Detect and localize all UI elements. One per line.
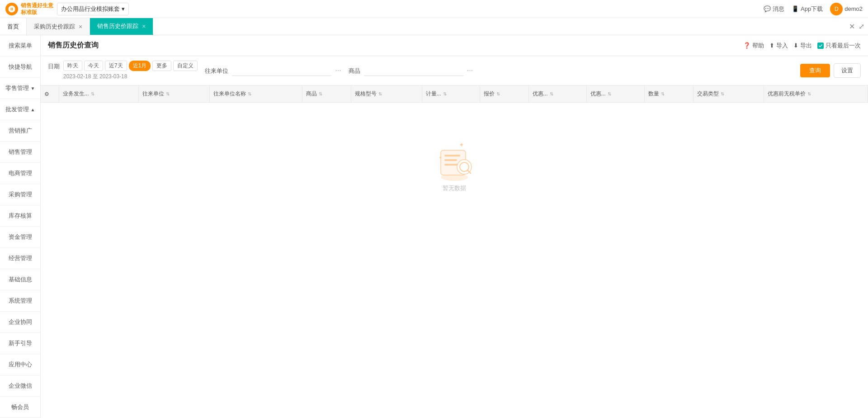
sidebar-item-retail-mgmt[interactable]: 零售管理 ▼ (0, 78, 40, 99)
message-btn[interactable]: 💬 消息 (764, 5, 784, 13)
sidebar-item-inventory[interactable]: 库存核算 (0, 205, 40, 227)
date-buttons: 昨天 今天 近7天 近1月 更多 自定义 (63, 61, 198, 71)
sort-icon: ⇅ (550, 91, 553, 96)
th-unit[interactable]: 计量... ⇅ (422, 86, 480, 103)
tab-close-sales[interactable]: × (142, 23, 146, 29)
tab-home[interactable]: 首页 (0, 18, 27, 35)
sidebar-item-ecom-mgmt[interactable]: 电商管理 (0, 163, 40, 184)
sort-icon: ⇅ (319, 91, 322, 96)
partner-lookup-btn[interactable]: ··· (335, 66, 341, 75)
th-partner-name[interactable]: 往来单位名称 ⇅ (209, 86, 302, 103)
th-discount2[interactable]: 优惠... ⇅ (586, 86, 644, 103)
th-spec[interactable]: 规格型号 ⇅ (351, 86, 422, 103)
table-head: ⚙ 业务发生... ⇅ 往来单位 ⇅ (41, 86, 868, 103)
th-partner-code[interactable]: 往来单位 ⇅ (139, 86, 210, 103)
sidebar-item-marketing[interactable]: 营销推广 (0, 120, 40, 142)
sidebar-item-enterprise[interactable]: 企业协同 (0, 312, 40, 333)
sidebar: 搜索菜单 快捷导航 零售管理 ▼ 批发管理 ▲ 营销推广 销售管理 电商管理 采… (0, 35, 41, 418)
page-header: 销售历史价查询 ❓ 帮助 ⬆ 导入 ⬇ 导出 只看 (41, 35, 868, 56)
svg-rect-3 (444, 159, 457, 161)
logo-text: 销售通好生意 标准版 (21, 2, 53, 15)
sidebar-item-quick-nav[interactable]: 快捷导航 (0, 57, 40, 78)
import-icon: ⬆ (769, 42, 774, 49)
user-avatar[interactable]: D demo2 (830, 3, 863, 15)
import-btn[interactable]: ⬆ 导入 (769, 42, 788, 50)
tab-purchase-history[interactable]: 采购历史价跟踪 × (27, 18, 90, 35)
app-download-btn[interactable]: 📱 App下载 (792, 5, 823, 13)
sidebar-item-search-menu[interactable]: 搜索菜单 (0, 35, 40, 57)
date-btn-custom[interactable]: 自定义 (173, 61, 198, 71)
logo-icon (5, 3, 18, 15)
sidebar-item-wholesale-mgmt[interactable]: 批发管理 ▲ (0, 99, 40, 120)
sidebar-item-purchase-mgmt[interactable]: 采购管理 (0, 184, 40, 205)
sort-icon: ⇅ (496, 91, 500, 96)
filter-product-group: 商品 ··· (349, 65, 473, 76)
th-pretax-price[interactable]: 优惠前无税单价 ⇅ (764, 86, 868, 103)
close-window-btn[interactable]: ✕ (849, 22, 855, 31)
date-btn-7days[interactable]: 近7天 (105, 61, 127, 71)
th-biz-date[interactable]: 业务发生... ⇅ (59, 86, 139, 103)
settings-button[interactable]: 设置 (834, 63, 861, 78)
account-selector[interactable]: 办公用品行业模拟账套 ▾ (57, 3, 129, 15)
sidebar-item-corp-wechat[interactable]: 企业微信 (0, 375, 40, 397)
content-area: 销售历史价查询 ❓ 帮助 ⬆ 导入 ⬇ 导出 只看 (41, 35, 868, 418)
export-icon: ⬇ (793, 42, 798, 49)
help-icon: ❓ (743, 42, 750, 49)
date-btn-today[interactable]: 今天 (84, 61, 103, 71)
sort-icon: ⇅ (378, 91, 382, 96)
product-input-group: ··· (364, 65, 473, 76)
th-discount1[interactable]: 优惠... ⇅ (528, 86, 586, 103)
filter-actions: 查询 设置 (800, 63, 861, 78)
page-title: 销售历史价查询 (48, 41, 99, 50)
sidebar-item-system-mgmt[interactable]: 系统管理 (0, 290, 40, 312)
svg-text:✦: ✦ (459, 141, 464, 148)
tab-sales-history[interactable]: 销售历史价跟踪 × (90, 18, 153, 35)
tab-bar: 首页 采购历史价跟踪 × 销售历史价跟踪 × ✕ ⤢ (0, 18, 868, 35)
logo-area: 销售通好生意 标准版 (5, 2, 53, 15)
help-btn[interactable]: ❓ 帮助 (743, 42, 764, 50)
th-quote[interactable]: 报价 ⇅ (480, 86, 528, 103)
page-header-actions: ❓ 帮助 ⬆ 导入 ⬇ 导出 只看最后一次 (743, 42, 861, 50)
sort-icon: ⇅ (91, 91, 94, 96)
product-lookup-btn[interactable]: ··· (467, 66, 473, 75)
sidebar-item-finance[interactable]: 资金管理 (0, 227, 40, 248)
tab-controls: ✕ ⤢ (845, 18, 868, 35)
date-btn-more[interactable]: 更多 (152, 61, 171, 71)
tab-spacer (153, 18, 845, 35)
th-qty[interactable]: 数量 ⇅ (644, 86, 693, 103)
only-last-checkbox[interactable] (817, 43, 824, 49)
expand-window-btn[interactable]: ⤢ (859, 22, 864, 31)
sidebar-item-sales-mgmt[interactable]: 销售管理 (0, 142, 40, 163)
only-last-checkbox-label[interactable]: 只看最后一次 (817, 42, 861, 50)
date-range-text: 2023-02-18 至 2023-03-18 (63, 73, 198, 81)
th-trade-type[interactable]: 交易类型 ⇅ (693, 86, 764, 103)
filter-bar: 日期 昨天 今天 近7天 近1月 更多 自定义 2023-02-18 至 202… (41, 56, 868, 86)
product-input[interactable] (364, 65, 463, 76)
partner-input[interactable] (232, 65, 331, 76)
table-header-row: ⚙ 业务发生... ⇅ 往来单位 ⇅ (41, 86, 868, 103)
partner-input-group: ··· (232, 65, 341, 76)
export-btn[interactable]: ⬇ 导出 (793, 42, 812, 50)
sort-icon: ⇅ (608, 91, 611, 96)
empty-state-row: ✦ ✦ 暂无数据 (41, 103, 868, 229)
query-button[interactable]: 查询 (800, 64, 830, 77)
tab-close-purchase[interactable]: × (79, 24, 82, 30)
filter-date-group: 日期 昨天 今天 近7天 近1月 更多 自定义 2023-02-18 至 202… (48, 61, 198, 81)
sidebar-item-membership[interactable]: 畅会员 (0, 397, 40, 418)
sidebar-item-basic-info[interactable]: 基础信息 (0, 269, 40, 290)
chevron-up-icon: ▲ (31, 107, 35, 112)
date-btn-1month[interactable]: 近1月 (129, 61, 151, 71)
empty-state-icon: ✦ ✦ (432, 139, 477, 184)
date-btn-yesterday[interactable]: 昨天 (63, 61, 82, 71)
th-product[interactable]: 商品 ⇅ (302, 86, 351, 103)
date-options: 昨天 今天 近7天 近1月 更多 自定义 2023-02-18 至 2023-0… (63, 61, 198, 81)
sidebar-item-app-center[interactable]: 应用中心 (0, 354, 40, 375)
sidebar-item-operations[interactable]: 经营管理 (0, 248, 40, 269)
top-bar-right: 💬 消息 📱 App下载 D demo2 (764, 3, 863, 15)
sort-icon: ⇅ (721, 91, 724, 96)
th-settings[interactable]: ⚙ (41, 86, 59, 103)
sidebar-item-guide[interactable]: 新手引导 (0, 333, 40, 354)
sort-icon: ⇅ (166, 91, 170, 96)
sort-icon: ⇅ (443, 91, 447, 96)
filter-partner-group: 往来单位 ··· (205, 65, 341, 76)
